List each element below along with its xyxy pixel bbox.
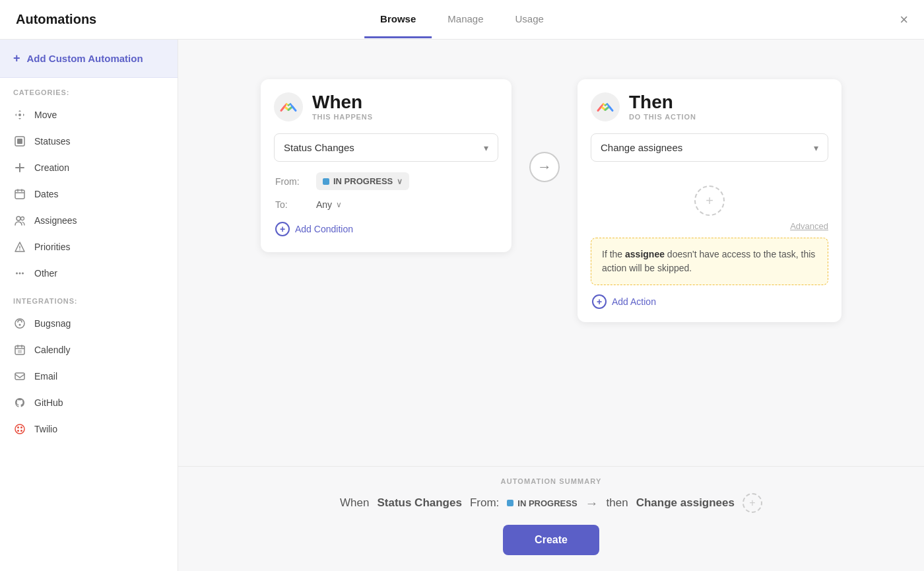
from-field-row: From: IN PROGRESS ∨ (274, 172, 498, 190)
sidebar-item-email[interactable]: Email (0, 363, 178, 389)
svg-rect-5 (15, 190, 24, 199)
summary-label: AUTOMATION SUMMARY (178, 477, 924, 485)
header: Automations Browse Manage Usage × (0, 0, 924, 40)
svg-point-28 (17, 430, 19, 432)
trigger-dropdown-arrow: ▾ (484, 143, 488, 153)
to-caret: ∨ (336, 200, 342, 209)
advanced-link[interactable]: Advanced (591, 221, 828, 231)
warning-pre: If the (602, 249, 625, 259)
sidebar-item-twilio[interactable]: Twilio (0, 416, 178, 442)
svg-point-15 (19, 273, 21, 275)
sidebar-item-bugsnag[interactable]: Bugsnag (0, 310, 178, 337)
sidebar-item-dates[interactable]: Dates (0, 181, 178, 207)
svg-rect-2 (17, 139, 22, 144)
action-dropdown-label: Change assignees (601, 142, 682, 153)
arrow-circle: → (529, 152, 560, 182)
twilio-icon (13, 422, 26, 436)
tab-usage[interactable]: Usage (500, 1, 560, 38)
calendly-icon (13, 343, 26, 356)
sidebar-item-github[interactable]: GitHub (0, 389, 178, 416)
svg-rect-23 (18, 350, 22, 353)
creation-icon (13, 161, 26, 174)
to-field-row: To: Any ∨ (274, 199, 498, 210)
from-status-label: IN PROGRESS (333, 176, 393, 186)
svg-point-27 (20, 426, 22, 428)
action-title-block: Then DO THIS ACTION (629, 93, 696, 121)
sidebar: + Add Custom Automation CATEGORIES: Move… (0, 40, 178, 571)
email-icon (13, 370, 26, 383)
assignee-placeholder: + (591, 172, 828, 221)
add-condition-icon: + (275, 222, 290, 236)
trigger-title-block: When THIS HAPPENS (312, 93, 373, 121)
move-icon (13, 108, 26, 121)
action-card: Then DO THIS ACTION Change assignees ▾ +… (578, 79, 842, 322)
svg-point-18 (19, 324, 21, 326)
app-title: Automations (16, 12, 96, 27)
trigger-dropdown[interactable]: Status Changes ▾ (274, 133, 498, 162)
from-status-badge[interactable]: IN PROGRESS ∨ (316, 172, 409, 190)
svg-point-14 (16, 273, 18, 275)
statuses-icon (13, 135, 26, 148)
sidebar-item-statuses[interactable]: Statuses (0, 128, 178, 154)
svg-point-10 (21, 217, 24, 220)
integrations-label: INTEGRATIONS: (0, 286, 178, 310)
trigger-title: When (312, 93, 373, 112)
automation-builder: When THIS HAPPENS Status Changes ▾ From:… (178, 40, 924, 466)
summary-status-label: IN PROGRESS (517, 498, 577, 508)
trigger-card-header: When THIS HAPPENS (274, 92, 498, 121)
arrow-connector: → (512, 79, 578, 182)
trigger-subtitle: THIS HAPPENS (312, 113, 373, 121)
tab-browse[interactable]: Browse (364, 1, 432, 38)
svg-point-25 (15, 424, 24, 434)
add-action-button[interactable]: + Add Action (591, 285, 828, 309)
svg-rect-24 (15, 373, 24, 380)
github-icon (13, 396, 26, 409)
summary-status-dot (507, 500, 513, 506)
trigger-dropdown-label: Status Changes (284, 142, 354, 153)
summary-trigger-bold: Status Changes (377, 496, 461, 510)
action-dropdown[interactable]: Change assignees ▾ (591, 133, 828, 162)
sidebar-item-calendly[interactable]: Calendly (0, 337, 178, 363)
create-btn-row: Create (178, 525, 924, 571)
svg-point-13 (19, 250, 20, 251)
sidebar-item-other[interactable]: Other (0, 260, 178, 286)
sidebar-item-move[interactable]: Move (0, 102, 178, 128)
create-button[interactable]: Create (503, 525, 599, 555)
from-caret: ∨ (397, 177, 403, 186)
svg-point-9 (16, 217, 20, 220)
assignees-icon (13, 214, 26, 227)
add-condition-label: Add Condition (295, 224, 353, 234)
plus-icon: + (13, 51, 20, 65)
summary-from-label: From: (470, 496, 499, 510)
svg-point-0 (18, 114, 21, 116)
to-any-badge[interactable]: Any ∨ (316, 199, 342, 210)
dates-icon (13, 187, 26, 201)
categories-label: CATEGORIES: (0, 78, 178, 102)
add-custom-automation-button[interactable]: + Add Custom Automation (0, 40, 178, 78)
sidebar-item-creation[interactable]: Creation (0, 154, 178, 181)
from-label: From: (275, 176, 308, 187)
to-value-label: Any (316, 199, 332, 210)
svg-point-26 (17, 426, 19, 428)
summary-assignee-circle: + (742, 493, 762, 513)
nav-tabs: Browse Manage Usage (364, 1, 560, 38)
action-title: Then (629, 93, 696, 112)
main-layout: + Add Custom Automation CATEGORIES: Move… (0, 40, 924, 571)
tab-manage[interactable]: Manage (432, 1, 499, 38)
summary-action-bold: Change assignees (636, 496, 735, 510)
add-condition-button[interactable]: + Add Condition (274, 219, 498, 239)
warning-bold: assignee (625, 249, 665, 259)
summary-pre: When (340, 496, 369, 510)
main-content: When THIS HAPPENS Status Changes ▾ From:… (178, 40, 924, 571)
assignee-add-circle[interactable]: + (694, 185, 725, 216)
action-card-header: Then DO THIS ACTION (591, 92, 828, 121)
sidebar-item-assignees[interactable]: Assignees (0, 207, 178, 234)
close-icon[interactable]: × (900, 11, 908, 28)
sidebar-item-priorities[interactable]: Priorities (0, 234, 178, 260)
summary-arrow-icon: → (585, 496, 599, 511)
add-action-label: Add Action (612, 296, 656, 307)
summary-then: then (607, 496, 628, 510)
clickup-logo-then (591, 92, 620, 121)
svg-point-29 (20, 430, 22, 432)
to-label: To: (275, 199, 308, 210)
